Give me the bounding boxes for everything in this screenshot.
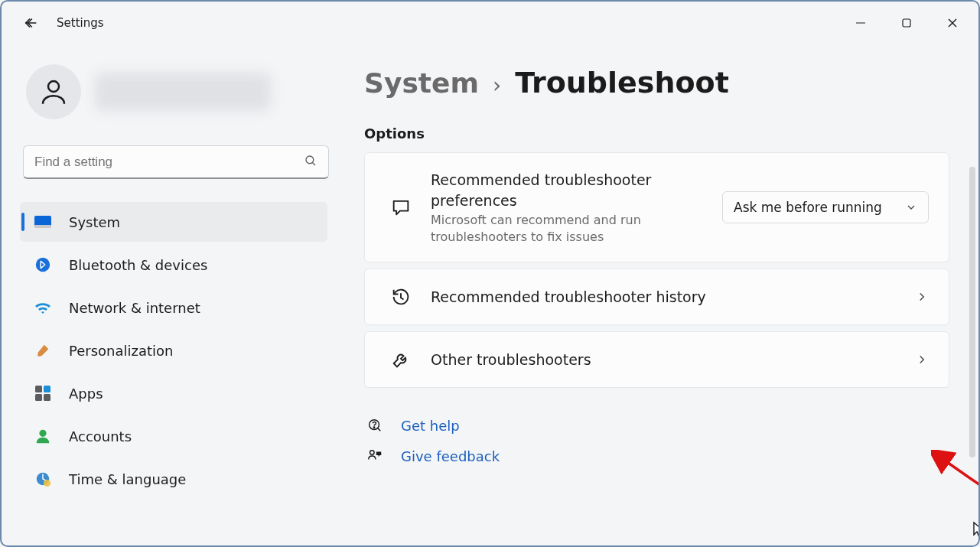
- nav-label: Accounts: [69, 428, 132, 444]
- card-subtitle: Microsoft can recommend and run troubles…: [431, 212, 676, 245]
- cursor-icon: [972, 521, 980, 539]
- username-redacted: [95, 73, 271, 111]
- svg-rect-10: [35, 386, 42, 392]
- svg-line-20: [945, 461, 980, 542]
- svg-point-9: [36, 258, 50, 272]
- search-box[interactable]: [23, 145, 329, 179]
- svg-rect-13: [44, 394, 50, 401]
- account-icon: [34, 427, 52, 445]
- dropdown-value: Ask me before running: [734, 200, 882, 215]
- svg-rect-8: [34, 225, 51, 228]
- svg-rect-7: [34, 216, 51, 226]
- wifi-icon: [34, 298, 52, 317]
- avatar: [26, 64, 81, 119]
- person-icon: [37, 76, 70, 108]
- wrench-icon: [385, 349, 417, 370]
- bluetooth-icon: [34, 256, 52, 274]
- svg-point-14: [39, 430, 46, 437]
- card-title: Recommended troubleshooter history: [431, 287, 915, 308]
- section-label-options: Options: [364, 125, 949, 142]
- nav-label: Time & language: [69, 471, 186, 487]
- chat-icon: [385, 197, 417, 218]
- breadcrumb-parent[interactable]: System: [364, 67, 479, 99]
- nav-item-time-language[interactable]: Time & language: [20, 459, 327, 499]
- globe-clock-icon: [34, 470, 52, 488]
- minimize-button[interactable]: [838, 6, 884, 40]
- svg-rect-1: [903, 19, 910, 27]
- breadcrumb: System › Troubleshoot: [364, 66, 949, 99]
- chevron-right-icon: [915, 290, 929, 304]
- card-troubleshooter-preferences: Recommended troubleshooter preferences M…: [364, 152, 949, 262]
- close-icon: [947, 18, 958, 28]
- nav-item-network[interactable]: Network & internet: [20, 288, 327, 327]
- link-label: Get help: [401, 418, 460, 434]
- sidebar: System Bluetooth & devices Network & int…: [2, 44, 338, 545]
- app-title: Settings: [57, 16, 104, 30]
- nav-item-accounts[interactable]: Accounts: [20, 416, 327, 456]
- chevron-right-icon: ›: [493, 73, 501, 98]
- help-icon: [364, 417, 386, 434]
- window-controls: [838, 6, 975, 40]
- history-icon: [385, 286, 417, 308]
- scrollbar[interactable]: [969, 167, 975, 457]
- paintbrush-icon: [34, 341, 52, 360]
- breadcrumb-current: Troubleshoot: [515, 66, 729, 99]
- maximize-icon: [901, 18, 912, 28]
- nav-label: System: [69, 214, 120, 230]
- link-label: Give feedback: [401, 448, 500, 464]
- link-give-feedback[interactable]: Give feedback: [364, 448, 949, 464]
- close-button[interactable]: [930, 6, 975, 40]
- search-icon: [304, 154, 317, 171]
- back-button[interactable]: [18, 11, 43, 35]
- content: System › Troubleshoot Options Recommende…: [338, 44, 978, 545]
- svg-rect-12: [35, 394, 42, 401]
- feedback-icon: [364, 448, 386, 464]
- nav-label: Bluetooth & devices: [69, 257, 207, 273]
- titlebar: Settings: [2, 2, 978, 44]
- svg-point-4: [48, 81, 59, 92]
- nav-item-system[interactable]: System: [20, 202, 327, 242]
- maximize-button[interactable]: [884, 6, 930, 40]
- card-title: Other troubleshooters: [431, 350, 915, 370]
- apps-icon: [34, 384, 52, 402]
- link-get-help[interactable]: Get help: [364, 417, 949, 434]
- svg-line-6: [312, 162, 315, 165]
- preferences-dropdown[interactable]: Ask me before running: [722, 191, 929, 223]
- card-history[interactable]: Recommended troubleshooter history: [364, 269, 949, 325]
- chevron-right-icon: [915, 353, 929, 366]
- help-links: Get help Give feedback: [364, 417, 949, 464]
- search-input[interactable]: [34, 155, 304, 170]
- display-icon: [34, 213, 52, 231]
- svg-point-16: [44, 480, 50, 487]
- svg-rect-11: [44, 386, 50, 392]
- card-other-troubleshooters[interactable]: Other troubleshooters: [364, 331, 949, 388]
- chevron-down-icon: [905, 201, 917, 213]
- svg-point-5: [306, 156, 314, 164]
- card-title: Recommended troubleshooter preferences: [431, 170, 676, 210]
- nav-item-personalization[interactable]: Personalization: [20, 330, 327, 370]
- svg-point-19: [370, 451, 375, 455]
- nav-item-apps[interactable]: Apps: [20, 373, 327, 413]
- nav-item-bluetooth[interactable]: Bluetooth & devices: [20, 245, 327, 285]
- profile-block[interactable]: [26, 64, 327, 119]
- nav-label: Network & internet: [69, 300, 200, 316]
- svg-point-18: [373, 427, 374, 428]
- nav-label: Personalization: [69, 343, 173, 359]
- nav: System Bluetooth & devices Network & int…: [20, 202, 327, 499]
- minimize-icon: [855, 18, 866, 28]
- nav-label: Apps: [69, 386, 103, 402]
